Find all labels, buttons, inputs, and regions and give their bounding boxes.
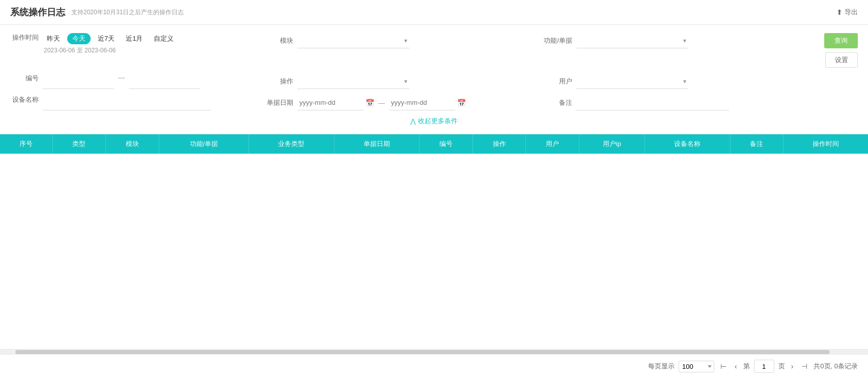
time-btn-yesterday[interactable]: 昨天 xyxy=(43,33,64,44)
next-page-button[interactable]: › xyxy=(789,362,796,371)
time-filter-group: 昨天 今天 近7天 近1月 自定义 2023-06-06 至 2023-06-0… xyxy=(43,33,178,55)
scrollbar-thumb[interactable] xyxy=(15,350,830,354)
user-select-wrapper: ▾ xyxy=(576,74,688,89)
action-buttons-col: 查询 设置 xyxy=(824,33,858,68)
page-title: 系统操作日志 xyxy=(10,6,65,18)
filter-row-1: 操作时间 昨天 今天 近7天 近1月 自定义 2023-06-06 至 2023… xyxy=(10,33,858,68)
doc-date-start-wrapper: 📅 xyxy=(297,95,374,110)
time-btn-today[interactable]: 今天 xyxy=(67,33,91,44)
operation-select[interactable] xyxy=(297,74,409,89)
settings-button[interactable]: 设置 xyxy=(825,52,858,68)
col-type: 类型 xyxy=(52,134,105,154)
operation-filter-col: 操作 ▾ xyxy=(265,74,519,89)
time-btn-custom[interactable]: 自定义 xyxy=(150,33,178,44)
doc-date-label: 单据日期 xyxy=(265,98,293,107)
filter-row-2: 编号 — 操作 ▾ 用户 xyxy=(10,74,858,89)
remark-input[interactable] xyxy=(576,95,729,110)
device-input[interactable] xyxy=(43,95,211,110)
module-select[interactable] xyxy=(297,33,409,48)
doc-date-end-input[interactable] xyxy=(389,95,455,110)
doc-date-end-wrapper: 📅 xyxy=(389,95,466,110)
time-label: 操作时间 xyxy=(10,33,39,42)
col-device: 设备名称 xyxy=(645,134,730,154)
collapse-button[interactable]: ⋀ 收起更多条件 xyxy=(410,117,458,126)
col-remark: 备注 xyxy=(730,134,783,154)
page-header-left: 系统操作日志 支持2020年10月31日之后产生的操作日志 xyxy=(10,6,184,18)
table-header: 序号 类型 模块 功能/单据 业务类型 单据日期 编号 操作 用户 用户ip 设… xyxy=(0,134,868,154)
export-label: 导出 xyxy=(845,8,858,17)
prev-page-button[interactable]: ‹ xyxy=(733,362,739,371)
col-func: 功能/单据 xyxy=(159,134,248,154)
horizontal-scrollbar[interactable] xyxy=(0,349,868,354)
col-biz-type: 业务类型 xyxy=(249,134,334,154)
time-btn-1month[interactable]: 近1月 xyxy=(122,33,147,44)
user-filter-col: 用户 ▾ xyxy=(540,74,858,89)
doc-date-separator: — xyxy=(378,99,385,107)
col-op-time: 操作时间 xyxy=(783,134,868,154)
time-range-display: 2023-06-06 至 2023-06-06 xyxy=(44,46,178,55)
per-page-label: 每页显示 xyxy=(648,362,675,371)
time-buttons: 昨天 今天 近7天 近1月 自定义 xyxy=(43,33,178,44)
code-input-end[interactable] xyxy=(129,74,200,89)
collapse-row: ⋀ 收起更多条件 xyxy=(10,117,858,126)
time-btn-7days[interactable]: 近7天 xyxy=(94,33,119,44)
module-filter-col: 模块 ▾ xyxy=(265,33,519,48)
calendar-end-icon[interactable]: 📅 xyxy=(457,99,466,107)
col-user-ip: 用户ip xyxy=(579,134,645,154)
page-subtitle: 支持2020年10月31日之后产生的操作日志 xyxy=(71,8,184,17)
func-filter-col: 功能/单据 ▾ xyxy=(540,33,824,48)
col-doc-date: 单据日期 xyxy=(334,134,419,154)
collapse-label: 收起更多条件 xyxy=(418,117,458,126)
time-filter-col: 操作时间 昨天 今天 近7天 近1月 自定义 2023-06-06 至 2023… xyxy=(10,33,244,55)
calendar-start-icon[interactable]: 📅 xyxy=(366,99,374,107)
code-input-start[interactable] xyxy=(43,74,114,89)
export-button[interactable]: ⬆ 导出 xyxy=(836,8,858,17)
code-filter-col: 编号 — xyxy=(10,74,244,89)
page-number-input[interactable] xyxy=(754,360,774,373)
table-container: 序号 类型 模块 功能/单据 业务类型 单据日期 编号 操作 用户 用户ip 设… xyxy=(0,134,868,349)
func-select-wrapper: ▾ xyxy=(576,33,688,48)
col-module: 模块 xyxy=(106,134,159,154)
code-separator: — xyxy=(118,74,125,81)
page-header: 系统操作日志 支持2020年10月31日之后产生的操作日志 ⬆ 导出 xyxy=(0,0,868,25)
remark-filter-col: 备注 xyxy=(540,95,858,110)
col-operation: 操作 xyxy=(472,134,525,154)
module-label: 模块 xyxy=(265,36,293,45)
module-select-wrapper: ▾ xyxy=(297,33,409,48)
empty-state xyxy=(0,154,868,327)
filter-area: 操作时间 昨天 今天 近7天 近1月 自定义 2023-06-06 至 2023… xyxy=(0,25,868,134)
user-label: 用户 xyxy=(540,77,572,86)
func-label: 功能/单据 xyxy=(540,36,572,45)
code-label: 编号 xyxy=(10,74,39,83)
per-page-select[interactable]: 10 20 50 100 200 xyxy=(679,361,714,372)
col-seq: 序号 xyxy=(0,134,52,154)
doc-date-start-input[interactable] xyxy=(297,95,363,110)
data-table: 序号 类型 模块 功能/单据 业务类型 单据日期 编号 操作 用户 用户ip 设… xyxy=(0,134,868,154)
col-user: 用户 xyxy=(526,134,579,154)
first-page-button[interactable]: ⊢ xyxy=(718,362,729,371)
filter-row-3: 设备名称 单据日期 📅 — 📅 备注 xyxy=(10,95,858,110)
col-code: 编号 xyxy=(419,134,472,154)
table-header-row: 序号 类型 模块 功能/单据 业务类型 单据日期 编号 操作 用户 用户ip 设… xyxy=(0,134,868,154)
doc-date-filter-col: 单据日期 📅 — 📅 xyxy=(265,95,519,110)
query-button[interactable]: 查询 xyxy=(824,33,858,48)
device-label: 设备名称 xyxy=(10,95,39,104)
operation-select-wrapper: ▾ xyxy=(297,74,409,89)
remark-label: 备注 xyxy=(540,98,572,107)
last-page-button[interactable]: ⊣ xyxy=(799,362,809,371)
pagination-bar: 每页显示 10 20 50 100 200 ⊢ ‹ 第 页 › ⊣ 共0页, 0… xyxy=(0,354,868,378)
page-prefix-label: 第 xyxy=(743,362,750,371)
device-filter-col: 设备名称 xyxy=(10,95,244,110)
total-info: 共0页, 0条记录 xyxy=(814,362,858,371)
export-icon: ⬆ xyxy=(836,8,843,16)
func-select[interactable] xyxy=(576,33,688,48)
operation-label: 操作 xyxy=(265,77,293,86)
user-select[interactable] xyxy=(576,74,688,89)
page-suffix-label: 页 xyxy=(778,362,785,371)
collapse-up-icon: ⋀ xyxy=(410,118,416,125)
